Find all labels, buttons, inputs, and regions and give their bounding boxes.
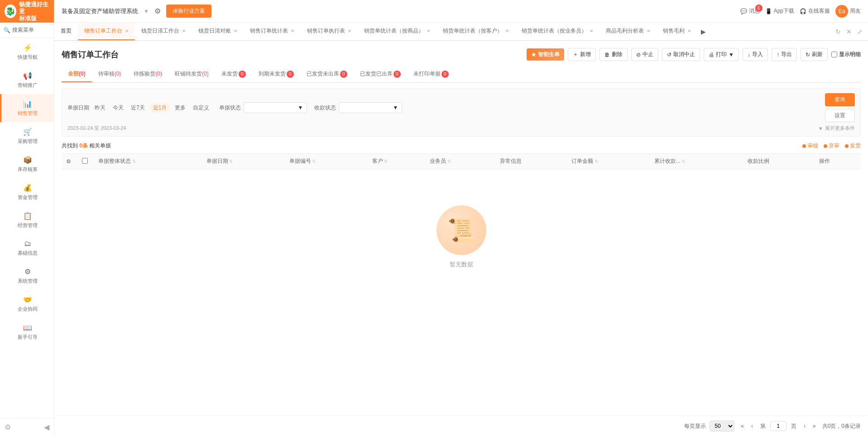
show-detail-label[interactable]: 显示明细 bbox=[831, 51, 861, 58]
sidebar-item-operations[interactable]: 📋 经营管理 bbox=[0, 206, 54, 234]
sub-tab-all[interactable]: 全部(0) bbox=[62, 66, 92, 82]
expand-btn[interactable]: ▼ 展开更多条件 bbox=[818, 125, 855, 132]
col-customer[interactable]: 客户 bbox=[368, 154, 425, 169]
tab-sales-profit[interactable]: 销售毛利 ✕ bbox=[657, 23, 697, 40]
tab-close-sales-profit[interactable]: ✕ bbox=[687, 28, 691, 33]
tab-close-cash-reconcile[interactable]: ✕ bbox=[234, 28, 237, 33]
col-settings[interactable]: ⚙ bbox=[62, 154, 76, 169]
quick-reject-btn[interactable]: 弃审 bbox=[824, 142, 839, 150]
payment-select[interactable]: ▼ bbox=[339, 102, 402, 113]
sub-tab-overdue-not-shipped[interactable]: 到期未发货0 bbox=[252, 66, 300, 82]
col-checkbox bbox=[76, 154, 94, 169]
online-service-btn[interactable]: 🎧 在线客服 bbox=[800, 7, 830, 15]
tab-close-sales-stat[interactable]: ✕ bbox=[291, 28, 294, 33]
tab-refresh-icon[interactable]: ↻ bbox=[834, 26, 843, 37]
audit-dot bbox=[802, 144, 806, 148]
col-date[interactable]: 单据日期 bbox=[202, 154, 285, 169]
delete-btn[interactable]: 🗑 删除 bbox=[599, 48, 628, 61]
sidebar-item-marketing[interactable]: 📢 营销推广 bbox=[0, 66, 54, 94]
sidebar-item-label: 资金管理 bbox=[18, 194, 38, 201]
horizontal-scrollbar[interactable] bbox=[62, 305, 861, 309]
app-download-btn[interactable]: 📱 App下载 bbox=[765, 7, 794, 15]
sub-tab-not-shipped[interactable]: 未发货0 bbox=[215, 66, 252, 82]
show-detail-checkbox[interactable] bbox=[831, 52, 837, 57]
import-btn[interactable]: ↓ 导入 bbox=[743, 48, 768, 61]
col-amount[interactable]: 订单金额 bbox=[567, 154, 650, 169]
sidebar-item-system[interactable]: ⚙ 系统管理 bbox=[0, 262, 54, 290]
tab-cash-reconcile[interactable]: 钱货日清对账 ✕ bbox=[192, 23, 244, 40]
sub-tab-wangpu-pending[interactable]: 旺铺待发货(0) bbox=[168, 66, 215, 82]
sidebar-item-quick-nav[interactable]: ⚡ 快捷导航 bbox=[0, 38, 54, 66]
sub-tab-shipped-not-warehoused[interactable]: 已发货未出库0 bbox=[300, 66, 354, 82]
empty-state-icon: 📜 bbox=[436, 205, 486, 255]
prev-page-btn[interactable]: ‹ bbox=[748, 422, 756, 431]
quick-ship-btn[interactable]: 发货 bbox=[845, 142, 861, 150]
sidebar-search[interactable]: 🔍 搜索菜单 bbox=[0, 23, 54, 38]
print-btn[interactable]: 🖨 打印 ▼ bbox=[704, 48, 739, 61]
sidebar-collapse-icon[interactable]: ◀ bbox=[44, 423, 49, 431]
page-size-select[interactable]: 50 10 20 100 bbox=[710, 421, 734, 431]
col-status[interactable]: 单据整体状态 bbox=[94, 154, 202, 169]
date-opt-custom[interactable]: 自定义 bbox=[190, 103, 212, 113]
tab-sales-exec[interactable]: 销售订单执行表 ✕ bbox=[301, 23, 358, 40]
col-number[interactable]: 单据编号 bbox=[285, 154, 368, 169]
tab-product-margin[interactable]: 商品毛利分析表 ✕ bbox=[599, 23, 657, 40]
tab-close-product-margin[interactable]: ✕ bbox=[647, 28, 650, 33]
date-opt-more[interactable]: 更多 bbox=[172, 103, 188, 113]
sidebar-settings-icon[interactable]: ⚙ bbox=[5, 423, 11, 431]
industry-btn[interactable]: 体验行业方案 bbox=[166, 5, 211, 18]
tab-return-stat-staff[interactable]: 销货单统计表（按业务员） ✕ bbox=[515, 23, 599, 40]
date-opt-today[interactable]: 今天 bbox=[110, 103, 126, 113]
export-btn[interactable]: ↑ 导出 bbox=[772, 48, 797, 61]
sidebar-item-inventory[interactable]: 📦 库存核算 bbox=[0, 150, 54, 178]
cancel-stop-btn[interactable]: ↺ 取消中止 bbox=[662, 48, 700, 61]
sidebar-item-cooperation[interactable]: 🤝 企业协同 bbox=[0, 290, 54, 318]
header-settings-icon[interactable]: ⚙ bbox=[154, 7, 161, 15]
stop-btn[interactable]: ⊘ 中止 bbox=[631, 48, 658, 61]
sidebar-item-base-info[interactable]: 🗂 基础信息 bbox=[0, 234, 54, 262]
tab-home[interactable]: 首页 bbox=[54, 23, 78, 40]
tab-close-return-product[interactable]: ✕ bbox=[427, 28, 430, 33]
sub-tab-pending-review[interactable]: 待审核(0) bbox=[92, 66, 128, 82]
add-btn[interactable]: ＋ 新增 bbox=[568, 48, 596, 61]
tab-sales-stat[interactable]: 销售订单统计表 ✕ bbox=[244, 23, 301, 40]
first-page-btn[interactable]: « bbox=[738, 422, 747, 431]
tab-more-btn[interactable]: ▶ bbox=[697, 24, 710, 39]
col-collected[interactable]: 累计收款... bbox=[650, 154, 743, 169]
tab-close-return-staff[interactable]: ✕ bbox=[590, 28, 593, 33]
refresh-btn[interactable]: ↻ 刷新 bbox=[801, 48, 828, 61]
tab-return-stat-product[interactable]: 销货单统计表（按商品） ✕ bbox=[358, 23, 436, 40]
tab-close-cash-daily[interactable]: ✕ bbox=[182, 28, 186, 33]
date-opt-last1month[interactable]: 近1月 bbox=[149, 103, 171, 113]
date-opt-yesterday[interactable]: 昨天 bbox=[92, 103, 108, 113]
quick-audit-btn[interactable]: 审核 bbox=[802, 142, 818, 150]
select-all-checkbox[interactable] bbox=[82, 158, 88, 164]
sub-tab-pending-inspect[interactable]: 待拣验货(0) bbox=[127, 66, 168, 82]
page-number-input[interactable] bbox=[770, 421, 786, 431]
date-opt-last7[interactable]: 近7天 bbox=[128, 103, 148, 113]
tab-return-stat-customer[interactable]: 销货单统计表（按客户） ✕ bbox=[436, 23, 515, 40]
sidebar-item-finance[interactable]: 💰 资金管理 bbox=[0, 178, 54, 206]
message-btn[interactable]: 💬 消息 6 bbox=[740, 7, 760, 15]
tab-sales-order[interactable]: 销售订单工作台 ✕ bbox=[78, 23, 135, 40]
sidebar-item-purchase[interactable]: 🛒 采购管理 bbox=[0, 122, 54, 150]
next-page-btn[interactable]: › bbox=[801, 422, 808, 431]
user-btn[interactable]: Ea 用友 bbox=[835, 5, 861, 18]
ai-generate-btn[interactable]: ★ 智能生单 bbox=[527, 48, 564, 61]
tab-close-all-icon[interactable]: ✕ bbox=[844, 26, 854, 37]
sub-tab-not-printed[interactable]: 未打印单据0 bbox=[407, 66, 455, 82]
settings-btn[interactable]: 设置 bbox=[825, 109, 855, 122]
sidebar-item-guide[interactable]: 📖 新手引导 bbox=[0, 318, 54, 346]
sidebar-item-sales[interactable]: 📊 销售管理 bbox=[0, 94, 54, 122]
sub-tab-shipped-warehoused[interactable]: 已发货已出库0 bbox=[354, 66, 407, 82]
tab-close-sales-order[interactable]: ✕ bbox=[125, 28, 129, 33]
status-select[interactable]: ▼ bbox=[244, 102, 307, 113]
tab-maximize-icon[interactable]: ⤢ bbox=[855, 26, 864, 37]
query-btn[interactable]: 查询 bbox=[825, 93, 855, 106]
tab-close-sales-exec[interactable]: ✕ bbox=[348, 28, 351, 33]
col-salesperson[interactable]: 业务员 bbox=[425, 154, 495, 169]
tab-cash-daily[interactable]: 钱货日清工作台 ✕ bbox=[135, 23, 192, 40]
last-page-btn[interactable]: » bbox=[810, 422, 819, 431]
tab-close-return-customer[interactable]: ✕ bbox=[505, 28, 509, 33]
dropdown-arrow-icon[interactable]: ▼ bbox=[144, 8, 149, 14]
